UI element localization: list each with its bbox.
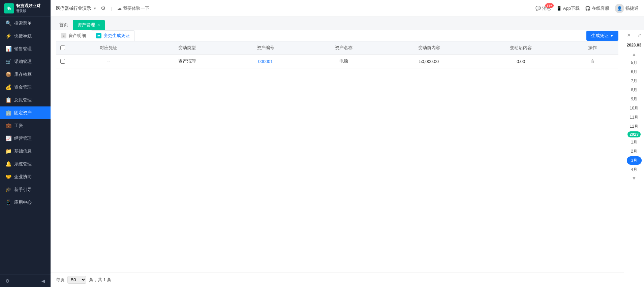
month-7[interactable]: 7月 (627, 77, 642, 85)
sidebar-item-inventory[interactable]: 📦 库存核算 (0, 68, 51, 81)
sidebar-item-guide[interactable]: 🎓 新手引导 (0, 183, 51, 196)
month-5[interactable]: 5月 (627, 59, 642, 67)
enterprise-icon: 🤝 (5, 174, 11, 180)
sidebar-item-app-center[interactable]: 📱 应用中心 (0, 196, 51, 209)
year-2023-label: 2023 (627, 131, 641, 137)
sidebar-item-quick-nav-label: 快捷导航 (14, 33, 32, 39)
ledger-icon: 📋 (5, 97, 11, 103)
month-12[interactable]: 12月 (627, 122, 642, 131)
sidebar-item-fixed-assets[interactable]: 🏢 固定资产 (0, 106, 51, 119)
panel-nav-up-button[interactable]: ▲ (632, 52, 637, 57)
topbar-online-service[interactable]: 🎧 在线客服 (585, 5, 609, 11)
table-row: -- 资产清理 000001 电脑 (56, 55, 618, 68)
month-8[interactable]: 8月 (627, 86, 642, 94)
avatar: 👤 (615, 4, 624, 13)
sidebar-item-fixed-assets-label: 固定资产 (14, 110, 32, 116)
row-checkbox-cell (56, 55, 69, 68)
month-1[interactable]: 1月 (627, 138, 642, 147)
topbar-user[interactable]: 👤 畅捷通 (615, 4, 639, 13)
col-change-type: 变动类型 (148, 41, 226, 55)
sidebar-item-sys-manage[interactable]: 🔔 系统管理 (0, 158, 51, 170)
sidebar-item-sales[interactable]: 📊 销售管理 (0, 42, 51, 55)
month-3-active[interactable]: 3月 (627, 156, 642, 165)
asset-management-tab-label: 资产管理 (78, 22, 95, 28)
topbar-message[interactable]: 💬 消息 99+ (535, 5, 551, 11)
logo-subtitle: 普及版 (16, 9, 40, 13)
month-4[interactable]: 4月 (627, 165, 642, 174)
sys-manage-icon: 🔔 (5, 161, 11, 167)
col-asset-name: 资产名称 (305, 41, 383, 55)
action-bar-right: 生成凭证 ▼ (586, 31, 618, 41)
sidebar-item-operations-label: 经营管理 (14, 135, 32, 141)
row-checkbox[interactable] (60, 59, 65, 64)
panel-close-button[interactable]: ✕ (627, 32, 631, 38)
sidebar-item-search-label: 搜索菜单 (14, 20, 32, 26)
topbar-settings-icon[interactable]: ⚙ (101, 5, 105, 11)
sub-tab-asset-detail[interactable]: ≡ 资产明细 (56, 30, 91, 41)
sidebar-item-salary-label: 工资 (14, 123, 23, 129)
col-asset-code: 资产编号 (226, 41, 305, 55)
topbar-app-download[interactable]: 📱 App下载 (556, 5, 580, 11)
settings-icon[interactable]: ⚙ (5, 278, 10, 284)
month-2[interactable]: 2月 (627, 147, 642, 156)
sales-icon: 📊 (5, 46, 11, 52)
col-voucher: 对应凭证 (69, 41, 148, 55)
sidebar-item-basic-info[interactable]: 📁 基础信息 (0, 145, 51, 158)
month-11[interactable]: 11月 (627, 113, 642, 122)
salary-icon: 💼 (5, 123, 11, 129)
col-after-change: 变动后内容 (475, 41, 567, 55)
sidebar-item-purchase-label: 采购管理 (14, 59, 32, 65)
tab-home[interactable]: 首页 (56, 20, 71, 30)
table-container: 对应凭证 变动类型 资产编号 资产名称 (51, 41, 624, 272)
collapse-icon[interactable]: ◀ (41, 278, 45, 284)
month-9[interactable]: 9月 (627, 95, 642, 103)
per-page-label: 每页 (56, 277, 65, 283)
sidebar-item-search[interactable]: 🔍 搜索菜单 (0, 17, 51, 30)
nav-tabs: 首页 资产管理 ✕ (51, 17, 644, 30)
row-asset-code: 000001 (226, 55, 305, 68)
topbar-company[interactable]: 医疗器械行业演示 ▼ (56, 5, 97, 11)
row-change-type: 资产清理 (148, 55, 226, 68)
experience-label: 我要体验一下 (123, 5, 149, 11)
company-dropdown-arrow: ▼ (93, 6, 97, 10)
sidebar-item-purchase[interactable]: 🛒 采购管理 (0, 55, 51, 68)
topbar-divider: | (111, 6, 112, 11)
sidebar-item-salary[interactable]: 💼 工资 (0, 119, 51, 132)
select-all-checkbox[interactable] (60, 45, 65, 50)
table-header-row: 对应凭证 变动类型 资产编号 资产名称 (56, 41, 618, 55)
tab-asset-management[interactable]: 资产管理 ✕ (73, 20, 105, 30)
delete-row-button[interactable]: 🗑 (588, 58, 597, 65)
change-voucher-icon: ⇄ (96, 33, 101, 38)
sidebar-item-ledger[interactable]: 📋 总账管理 (0, 94, 51, 106)
generate-voucher-button[interactable]: 生成凭证 ▼ (586, 31, 618, 41)
content-area: ≡ 资产明细 ⇄ 变更生成凭证 生成凭证 ▼ (51, 30, 644, 287)
generate-dropdown-arrow: ▼ (610, 34, 614, 38)
pagination: 每页 20 50 100 条，共 1 条 (51, 272, 624, 287)
month-6[interactable]: 6月 (627, 68, 642, 76)
sidebar-item-enterprise[interactable]: 🤝 企业协同 (0, 170, 51, 183)
right-panel: ✕ ⤢ 2023.03 ▲ 5月 6月 7月 8月 9月 10月 11月 12月… (624, 30, 644, 287)
purchase-icon: 🛒 (5, 59, 11, 65)
online-service-label: 在线客服 (592, 5, 609, 11)
asset-detail-icon: ≡ (61, 33, 66, 38)
sidebar-item-funds[interactable]: 💰 资金管理 (0, 81, 51, 94)
panel-expand-button[interactable]: ⤢ (637, 32, 641, 38)
inventory-icon: 📦 (5, 71, 11, 77)
row-after-change: 0.00 (475, 55, 567, 68)
sidebar-item-operations[interactable]: 📈 经营管理 (0, 132, 51, 145)
sub-tab-change-voucher-label: 变更生成凭证 (103, 33, 130, 39)
panel-nav-down-button[interactable]: ▼ (632, 176, 637, 181)
sidebar-item-sales-label: 销售管理 (14, 46, 32, 52)
online-service-icon: 🎧 (585, 6, 590, 11)
row-operation: 🗑 (567, 55, 618, 68)
month-10[interactable]: 10月 (627, 104, 642, 113)
sidebar-item-basic-info-label: 基础信息 (14, 148, 32, 154)
per-page-select[interactable]: 20 50 100 (67, 276, 86, 284)
right-panel-header: ✕ ⤢ (624, 30, 644, 40)
experience-icon: ☁ (117, 6, 122, 11)
logo-icon: 畅 (4, 3, 14, 13)
topbar-experience[interactable]: ☁ 我要体验一下 (117, 5, 149, 11)
sub-tab-change-voucher[interactable]: ⇄ 变更生成凭证 (91, 30, 135, 41)
sidebar-item-quick-nav[interactable]: ⚡ 快捷导航 (0, 30, 51, 42)
tab-close-icon[interactable]: ✕ (97, 23, 100, 27)
